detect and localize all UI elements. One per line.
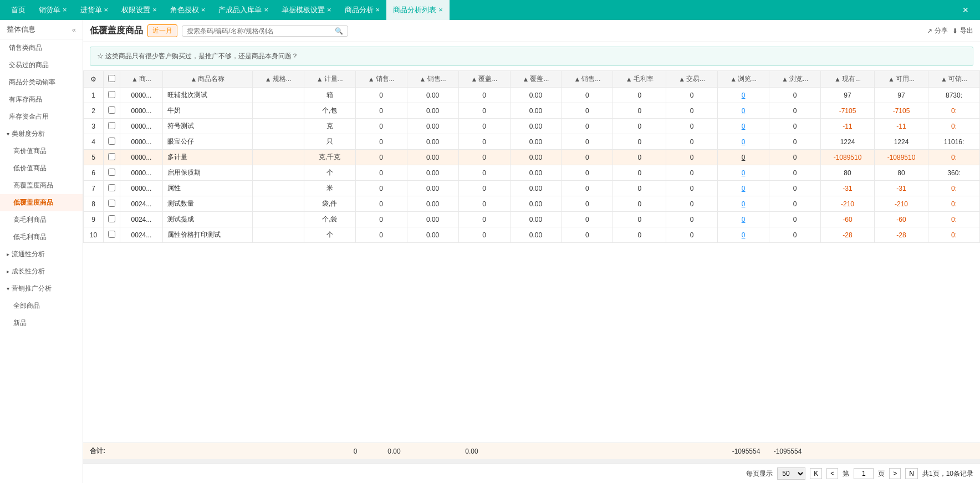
col-sales-qty[interactable]: ▲销售...: [355, 71, 407, 88]
row-browse1[interactable]: 0: [718, 134, 769, 150]
col-gross-rate[interactable]: ▲毛利率: [613, 71, 666, 88]
sidebar-item-category-rate[interactable]: 商品分类动销率: [0, 74, 83, 91]
per-page-select[interactable]: 50 100 200: [777, 467, 805, 480]
sidebar-item-high-coverage[interactable]: 高覆盖度商品: [0, 177, 83, 194]
col-trade[interactable]: ▲交易...: [666, 71, 718, 88]
sidebar-item-stock-capital[interactable]: 库存资金占用: [0, 108, 83, 125]
sidebar-item-traded-goods[interactable]: 交易过的商品: [0, 57, 83, 74]
page-input[interactable]: [854, 468, 874, 479]
row-browse1[interactable]: 0: [718, 119, 769, 134]
col-saleable[interactable]: ▲可销...: [928, 71, 979, 88]
row-browse2: 0: [769, 227, 821, 243]
row-checkbox[interactable]: [104, 88, 120, 103]
row-browse1[interactable]: 0: [718, 212, 769, 227]
row-browse1[interactable]: 0: [718, 165, 769, 181]
nav-item-analysis-list[interactable]: 商品分析列表 ×: [386, 0, 450, 20]
sidebar-item-low-value[interactable]: 低价值商品: [0, 160, 83, 177]
sidebar-item-stock-goods[interactable]: 有库存商品: [0, 91, 83, 108]
nav-item-permissions[interactable]: 权限设置 ×: [115, 0, 164, 20]
col-sales-amt[interactable]: ▲销售...: [407, 71, 458, 88]
col-current[interactable]: ▲现有...: [821, 71, 875, 88]
time-filter-button[interactable]: 近一月: [147, 24, 177, 37]
row-sales3: 0: [562, 227, 613, 243]
nav-item-templates[interactable]: 单据模板设置 ×: [275, 0, 338, 20]
sidebar-item-new-goods[interactable]: 新品: [0, 314, 83, 332]
sidebar-collapse-icon[interactable]: «: [72, 26, 76, 34]
sidebar-item-sales-goods[interactable]: 销售类商品: [0, 39, 83, 57]
row-checkbox[interactable]: [104, 212, 120, 227]
window-close-button[interactable]: ✕: [956, 5, 976, 15]
row-checkbox[interactable]: [104, 103, 120, 119]
row-spec: [252, 103, 304, 119]
table-row: 2 0000... 牛奶 个,包 0 0.00 0 0.00 0 0 0 0 0…: [84, 103, 980, 119]
col-coverage1[interactable]: ▲覆盖...: [458, 71, 510, 88]
row-num: 3: [84, 119, 104, 134]
row-available: -28: [875, 227, 928, 243]
col-unit[interactable]: ▲计量...: [304, 71, 355, 88]
top-navigation: 首页 销货单 × 进货单 × 权限设置 × 角色授权 × 产成品入库单 × 单据…: [0, 0, 980, 20]
col-browse2[interactable]: ▲浏览...: [769, 71, 821, 88]
row-current: -1089510: [821, 150, 875, 165]
row-unit: 克,千克: [304, 150, 355, 165]
horizontal-scrollbar[interactable]: [83, 459, 980, 464]
first-page-button[interactable]: K: [810, 468, 822, 479]
row-browse1[interactable]: 0: [718, 103, 769, 119]
row-current: -60: [821, 212, 875, 227]
nav-item-sales[interactable]: 销货单 ×: [32, 0, 74, 20]
share-icon: ↗: [927, 27, 932, 35]
col-settings[interactable]: ⚙: [84, 71, 104, 88]
row-browse1[interactable]: 0: [718, 196, 769, 212]
row-code: 0000...: [120, 103, 163, 119]
sidebar-section-category-analysis[interactable]: ▾ 类射度分析: [0, 125, 83, 143]
select-all-checkbox[interactable]: [108, 75, 115, 82]
row-browse2: 0: [769, 103, 821, 119]
row-browse1[interactable]: 0: [718, 150, 769, 165]
share-button[interactable]: ↗ 分享: [927, 26, 948, 35]
settings-icon: ⚙: [90, 75, 96, 83]
sidebar-item-all-goods[interactable]: 全部商品: [0, 297, 83, 314]
row-spec: [252, 134, 304, 150]
row-browse1[interactable]: 0: [718, 227, 769, 243]
sidebar-item-high-profit[interactable]: 高毛利商品: [0, 211, 83, 228]
row-checkbox[interactable]: [104, 165, 120, 181]
export-button[interactable]: ⬇ 导出: [952, 26, 973, 35]
row-trade: 0: [666, 134, 718, 150]
row-checkbox[interactable]: [104, 134, 120, 150]
sidebar-section-circulation[interactable]: ▸ 流通性分析: [0, 246, 83, 263]
last-page-button[interactable]: N: [905, 468, 918, 479]
col-code[interactable]: ▲商...: [120, 71, 163, 88]
nav-item-roles[interactable]: 角色授权 ×: [164, 0, 212, 20]
col-name[interactable]: ▲商品名称: [162, 71, 252, 88]
nav-item-analysis[interactable]: 商品分析 ×: [338, 0, 387, 20]
table-container[interactable]: ⚙ ▲商... ▲商品名称 ▲规格...: [83, 70, 980, 443]
row-checkbox[interactable]: [104, 227, 120, 243]
row-checkbox[interactable]: [104, 196, 120, 212]
nav-item-warehouse[interactable]: 产成品入库单 ×: [212, 0, 275, 20]
nav-item-purchase[interactable]: 进货单 ×: [74, 0, 115, 20]
sidebar-item-low-coverage[interactable]: 低覆盖度商品: [0, 194, 83, 211]
search-input[interactable]: [187, 27, 333, 35]
nav-item-home[interactable]: 首页: [4, 0, 32, 20]
col-browse1[interactable]: ▲浏览...: [718, 71, 769, 88]
row-sales-qty: 0: [355, 134, 407, 150]
sidebar-item-low-profit[interactable]: 低毛利商品: [0, 228, 83, 246]
col-coverage2[interactable]: ▲覆盖...: [510, 71, 562, 88]
col-sales3[interactable]: ▲销售...: [562, 71, 613, 88]
row-checkbox[interactable]: [104, 181, 120, 196]
row-unit: 个,袋: [304, 212, 355, 227]
row-name: 属性价格打印测试: [162, 227, 252, 243]
next-page-button[interactable]: >: [889, 468, 901, 479]
row-cov1: 0: [458, 196, 510, 212]
col-spec[interactable]: ▲规格...: [252, 71, 304, 88]
row-cov2: 0.00: [510, 119, 562, 134]
row-browse1[interactable]: 0: [718, 88, 769, 103]
row-code: 0000...: [120, 88, 163, 103]
prev-page-button[interactable]: <: [826, 468, 838, 479]
row-checkbox[interactable]: [104, 150, 120, 165]
sidebar-section-growth[interactable]: ▸ 成长性分析: [0, 263, 83, 280]
col-available[interactable]: ▲可用...: [875, 71, 928, 88]
row-browse1[interactable]: 0: [718, 181, 769, 196]
row-checkbox[interactable]: [104, 119, 120, 134]
sidebar-section-marketing[interactable]: ▾ 营销推广分析: [0, 280, 83, 297]
sidebar-item-high-value[interactable]: 高价值商品: [0, 143, 83, 160]
